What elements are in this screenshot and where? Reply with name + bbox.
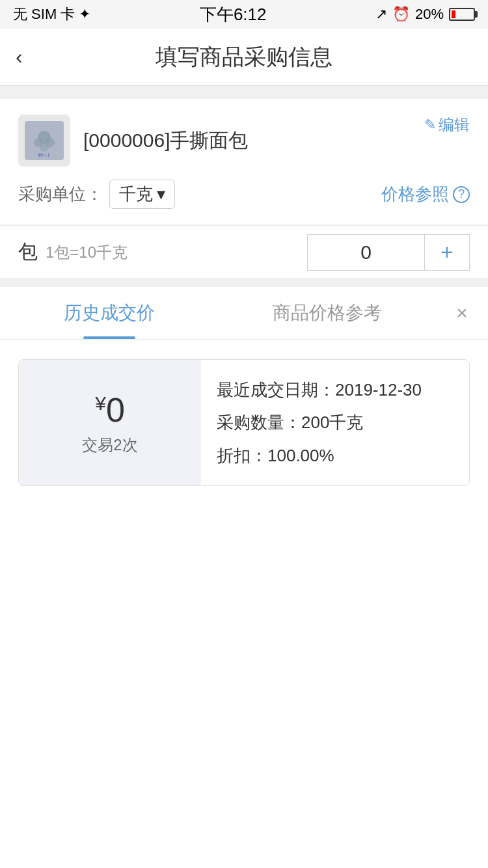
transaction-date-row: 最近成交日期：2019-12-30	[217, 378, 454, 401]
bottom-space	[0, 506, 488, 868]
tab-header: 历史成交价 商品价格参考 ×	[0, 287, 488, 340]
page-title: 填写商品采购信息	[156, 42, 332, 72]
status-left: 无 SIM 卡 ✦	[13, 5, 90, 24]
quantity-label: 包 1包=10千克	[18, 239, 128, 265]
status-right: ↗ ⏰ 20%	[375, 6, 475, 23]
unit-conversion-label: 1包=10千克	[46, 242, 128, 263]
edit-icon: ✎	[424, 116, 436, 133]
tab-history-price[interactable]: 历史成交价	[0, 287, 218, 339]
tab-panel: 历史成交价 商品价格参考 × ¥0 交易2次 最近成交日期：2019-12-30…	[0, 287, 488, 506]
battery-text: 20%	[415, 6, 444, 23]
unit-pack-label: 包	[18, 239, 38, 265]
edit-button[interactable]: ✎ 编辑	[424, 115, 470, 135]
history-details-section: 最近成交日期：2019-12-30 采购数量：200千克 折扣：100.00%	[201, 360, 469, 485]
quantity-controls: 0 +	[307, 234, 470, 271]
quantity-row: 包 1包=10千克 0 +	[0, 226, 488, 278]
tab-price-reference[interactable]: 商品价格参考	[218, 287, 436, 339]
product-header: 数计 [0000006]手撕面包 ✎ 编辑	[18, 115, 470, 167]
unit-value: 千克	[119, 183, 153, 206]
unit-label: 采购单位： 千克 ▾	[18, 180, 175, 209]
status-bar: 无 SIM 卡 ✦ 下午6:12 ↗ ⏰ 20%	[0, 0, 488, 29]
battery-icon	[449, 8, 475, 21]
quantity-input[interactable]: 0	[307, 234, 424, 271]
tab-price-ref-label: 商品价格参考	[273, 301, 382, 325]
quantity-plus-button[interactable]: +	[424, 234, 470, 271]
purchase-qty-row: 采购数量：200千克	[217, 411, 454, 434]
qty-value: 200千克	[301, 413, 363, 432]
history-content: ¥0 交易2次 最近成交日期：2019-12-30 采购数量：200千克 折扣：…	[0, 340, 488, 506]
back-button[interactable]: ‹	[16, 45, 23, 69]
sim-signal-text: 无 SIM 卡 ✦	[13, 5, 90, 24]
product-left: 数计 [0000006]手撕面包	[18, 115, 248, 167]
nav-bar: ‹ 填写商品采购信息	[0, 29, 488, 86]
price-number: 0	[106, 391, 125, 429]
history-price-section: ¥0 交易2次	[19, 360, 201, 485]
price-reference-button[interactable]: 价格参照 ?	[381, 183, 470, 206]
discount-row: 折扣：100.00%	[217, 444, 454, 467]
edit-label: 编辑	[439, 115, 470, 135]
date-label: 最近成交日期：	[217, 380, 335, 400]
price-ref-help-icon: ?	[453, 186, 470, 203]
qty-label: 采购数量：	[217, 413, 301, 432]
unit-prefix: 采购单位：	[18, 183, 103, 206]
product-image: 数计	[18, 115, 70, 167]
product-thumbnail: 数计	[25, 121, 64, 160]
product-name: [0000006]手撕面包	[83, 128, 248, 154]
history-card: ¥0 交易2次 最近成交日期：2019-12-30 采购数量：200千克 折扣：…	[18, 359, 470, 486]
status-time: 下午6:12	[200, 3, 267, 26]
location-icon: ↗	[375, 6, 387, 23]
product-footer: 采购单位： 千克 ▾ 价格参照 ?	[18, 180, 470, 209]
unit-select-dropdown[interactable]: 千克 ▾	[109, 180, 175, 209]
alarm-icon: ⏰	[392, 6, 410, 23]
svg-point-3	[40, 142, 49, 152]
currency-symbol: ¥	[95, 392, 106, 413]
history-price-value: ¥0	[95, 390, 125, 429]
discount-label: 折扣：	[217, 446, 267, 465]
price-ref-label: 价格参照	[381, 183, 449, 206]
battery-fill	[452, 10, 455, 18]
product-card: 数计 [0000006]手撕面包 ✎ 编辑 采购单位： 千克 ▾ 价格参照 ?	[0, 99, 488, 224]
tab-history-label: 历史成交价	[64, 301, 155, 325]
svg-text:数计: 数计	[38, 152, 51, 157]
discount-value: 100.00%	[267, 446, 334, 465]
transaction-count: 交易2次	[82, 435, 137, 455]
tab-close-button[interactable]: ×	[436, 287, 488, 339]
dropdown-arrow-icon: ▾	[157, 184, 165, 204]
date-value: 2019-12-30	[335, 380, 422, 400]
